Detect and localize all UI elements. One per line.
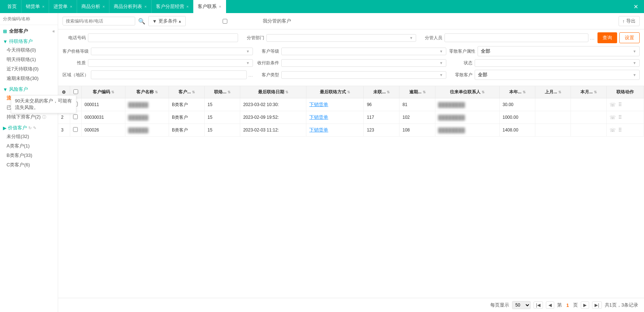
manager-input[interactable] bbox=[444, 33, 588, 42]
next-page-button[interactable]: ▶ bbox=[581, 301, 589, 309]
th-uncontacted[interactable]: 未联...⇅ bbox=[364, 86, 399, 98]
th-contact-count[interactable]: 联络...⇅ bbox=[205, 86, 240, 98]
close-tab-customer-tier[interactable]: × bbox=[186, 4, 189, 9]
sidebar: 🔍 ⊞ 全部客户 « ▼ 待联络客户 今天待联络(0) 明天待联络(1) 近7天… bbox=[0, 13, 58, 312]
nature-select[interactable]: ▼ bbox=[88, 59, 253, 67]
sidebar-item-c-class[interactable]: C类客户(6) bbox=[0, 160, 58, 170]
close-tab-customer-contact[interactable]: × bbox=[219, 4, 221, 9]
cell-name: ██████ bbox=[125, 98, 169, 111]
more-conditions-button[interactable]: ▼ 更多条件 ▲ bbox=[148, 16, 186, 26]
manager-more-icon[interactable]: … bbox=[590, 35, 595, 41]
close-tab-product-analysis-list[interactable]: × bbox=[144, 4, 146, 9]
select-all-checkbox[interactable] bbox=[73, 89, 78, 94]
cell-uncontacted: 117 bbox=[364, 111, 399, 124]
collapse-icon[interactable]: « bbox=[52, 29, 55, 34]
sort-icon-name: ⇅ bbox=[155, 90, 158, 94]
search-button[interactable]: 🔍 bbox=[138, 18, 145, 25]
search-input[interactable] bbox=[63, 17, 135, 25]
filter-field-zero-attr: 零散客户属性 全部 ▼ bbox=[449, 46, 640, 56]
window-close-button[interactable]: ✕ bbox=[631, 3, 641, 10]
th-this-year[interactable]: 本年...⇅ bbox=[499, 86, 535, 98]
last-page-button[interactable]: ▶| bbox=[592, 301, 601, 309]
tab-home[interactable]: 首页 bbox=[3, 0, 21, 13]
sidebar-item-b-class[interactable]: B类客户(33) bbox=[0, 151, 58, 160]
export-button[interactable]: ↑ 导出 bbox=[619, 16, 640, 26]
sort-icon-level: ⇅ bbox=[192, 90, 195, 94]
more-action-icon[interactable]: ⠿ bbox=[618, 114, 622, 120]
query-button[interactable]: 查询 bbox=[597, 32, 617, 43]
info-icon-declining: ⓘ bbox=[42, 114, 46, 120]
per-page-select[interactable]: 50 100 200 bbox=[512, 301, 531, 309]
sidebar-item-declining[interactable]: 持续下滑客户(2) ⓘ bbox=[0, 112, 58, 122]
sidebar-group-risk-label[interactable]: ▼ 风险客户 bbox=[0, 85, 58, 93]
sidebar-item-overdue[interactable]: 逾期未联络(30) bbox=[0, 74, 58, 83]
cell-checkbox[interactable] bbox=[70, 124, 81, 137]
th-last-method[interactable]: 最后联络方式⇅ bbox=[306, 86, 364, 98]
sidebar-group-value-label[interactable]: ▶ 价值客户 ↻ ✎ bbox=[0, 123, 58, 132]
prev-page-button[interactable]: ◀ bbox=[546, 301, 554, 309]
phone-action-icon[interactable]: ☏ bbox=[609, 127, 616, 133]
my-customers-checkbox[interactable]: 我分管的客户 bbox=[189, 18, 291, 24]
zero-attr-select[interactable]: 全部 ▼ bbox=[478, 46, 640, 56]
close-tab-product-analysis[interactable]: × bbox=[102, 4, 105, 9]
region-more-icon[interactable]: … bbox=[248, 72, 253, 78]
tab-product-analysis-list[interactable]: 商品分析列表 × bbox=[109, 0, 151, 13]
my-customers-check[interactable] bbox=[189, 19, 261, 24]
cell-action: ☏ ⠿ bbox=[607, 98, 644, 111]
th-last-month[interactable]: 上月...⇅ bbox=[535, 86, 571, 98]
tab-purchase-order[interactable]: 进货单 × bbox=[49, 0, 77, 13]
sidebar-group-value: ▶ 价值客户 ↻ ✎ 未分组(32) A类客户(1) B类客户(33) C类客户… bbox=[0, 122, 58, 170]
first-page-button[interactable]: |◀ bbox=[534, 301, 543, 309]
th-this-month[interactable]: 本月...⇅ bbox=[571, 86, 606, 98]
phone-action-icon[interactable]: ☏ bbox=[609, 102, 616, 108]
th-level[interactable]: 客户...⇅ bbox=[169, 86, 204, 98]
tab-sales-order[interactable]: 销货单 × bbox=[21, 0, 49, 13]
tab-product-analysis[interactable]: 商品分析 × bbox=[77, 0, 109, 13]
sort-icon-code: ⇅ bbox=[111, 90, 114, 94]
sort-icon-this-month: ⇅ bbox=[594, 90, 597, 94]
sidebar-group-pending-label[interactable]: ▼ 待联络客户 bbox=[0, 37, 58, 45]
tab-customer-contact[interactable]: 客户联系 × bbox=[193, 0, 226, 13]
sidebar-item-today[interactable]: 今天待联络(0) bbox=[0, 45, 58, 55]
phone-action-icon[interactable]: ☏ bbox=[609, 114, 616, 120]
cell-last-method[interactable]: 下销货单 bbox=[306, 111, 364, 124]
price-level-select[interactable]: ▼ bbox=[91, 48, 253, 55]
status-select[interactable]: ▼ bbox=[475, 59, 640, 67]
table-row: 2 00030031 ██████ B类客户 15 2023-02-09 19:… bbox=[58, 111, 644, 124]
th-name[interactable]: 客户名称⇅ bbox=[125, 86, 169, 98]
more-action-icon[interactable]: ⠿ bbox=[618, 102, 622, 108]
chevron-down-icon-price: ▼ bbox=[246, 49, 250, 53]
settings-button[interactable]: 设置 bbox=[619, 32, 640, 43]
region-input[interactable] bbox=[91, 70, 247, 79]
filter-row-3: 性质 ▼ 收付款条件 ▼ 状态 bbox=[63, 59, 640, 67]
payment-select[interactable]: ▼ bbox=[281, 59, 446, 67]
sidebar-item-tomorrow[interactable]: 明天待联络(1) bbox=[0, 55, 58, 64]
refresh-icon[interactable]: ↻ bbox=[28, 126, 32, 130]
th-code[interactable]: 客户编码⇅ bbox=[81, 86, 125, 98]
th-overdue[interactable]: 逾期...⇅ bbox=[399, 86, 435, 98]
sidebar-item-ungrouped[interactable]: 未分组(32) bbox=[0, 132, 58, 141]
cell-level: B类客户 bbox=[169, 124, 204, 137]
sidebar-all-customers-header[interactable]: ⊞ 全部客户 « bbox=[0, 25, 58, 36]
dept-select[interactable]: ▼ bbox=[266, 34, 416, 42]
row-checkbox[interactable] bbox=[73, 127, 78, 132]
cell-last-method[interactable]: 下销货单 bbox=[306, 98, 364, 111]
row-checkbox[interactable] bbox=[73, 114, 78, 119]
level-select[interactable]: ▼ bbox=[281, 48, 446, 55]
sidebar-item-a-class[interactable]: A类客户(1) bbox=[0, 141, 58, 151]
zero-cust-select[interactable]: 全部 ▼ bbox=[475, 70, 640, 80]
close-tab-purchase-order[interactable]: × bbox=[70, 4, 72, 9]
cell-last-date: 2023-03-02 10:30: bbox=[240, 98, 306, 111]
th-last-date[interactable]: 最后联络日期⇅ bbox=[240, 86, 306, 98]
close-tab-sales-order[interactable]: × bbox=[42, 4, 44, 9]
edit-icon[interactable]: ✎ bbox=[33, 126, 36, 130]
cell-last-method[interactable]: 下销货单 bbox=[306, 124, 364, 137]
cust-type-select[interactable]: ▼ bbox=[281, 71, 446, 79]
cell-last-month bbox=[535, 98, 571, 111]
more-action-icon[interactable]: ⠿ bbox=[618, 127, 622, 133]
phone-input[interactable] bbox=[88, 33, 238, 42]
sidebar-item-7days[interactable]: 近7天待联络(0) bbox=[0, 64, 58, 74]
th-contact-person[interactable]: 往来单位联系人⇅ bbox=[435, 86, 499, 98]
tab-customer-tier[interactable]: 客户分层经营 × bbox=[152, 0, 193, 13]
sidebar-search-input[interactable] bbox=[3, 16, 57, 21]
